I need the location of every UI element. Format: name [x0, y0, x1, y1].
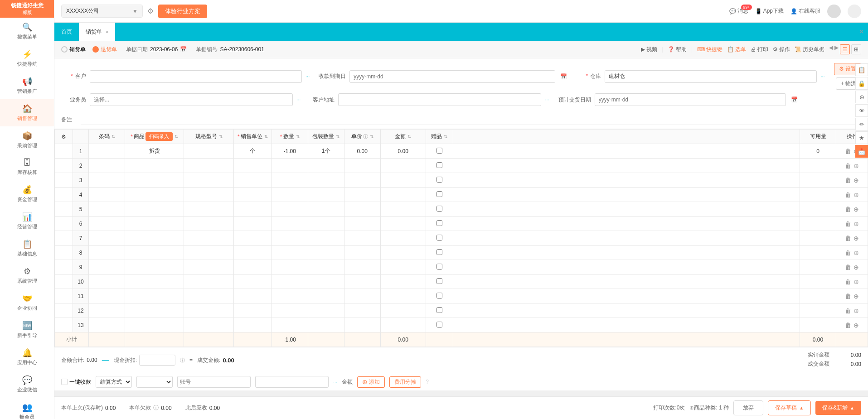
row-gift-check-5[interactable] [436, 206, 442, 212]
sidebar-item-finance[interactable]: 💰 资金管理 [0, 180, 54, 207]
calendar-icon[interactable]: 📅 [180, 46, 187, 53]
tab-home[interactable]: 首页 [54, 23, 79, 41]
sidebar-item-search[interactable]: 🔍 搜索菜单 [0, 18, 54, 45]
th-pkg-qty[interactable]: 包装数量 ⇅ [308, 130, 344, 144]
row-copy-6[interactable]: ⊕ [853, 220, 859, 227]
sidebar-item-operations[interactable]: 📊 经营管理 [0, 207, 54, 235]
row-product-1[interactable]: 拆货 [125, 144, 184, 159]
video-btn[interactable]: ▶ 视频 [641, 46, 657, 53]
right-tool-clipboard[interactable]: 📋 [855, 63, 868, 76]
row-gift-check-2[interactable] [436, 162, 442, 168]
row-copy-3[interactable]: ⊕ [853, 177, 859, 184]
sidebar-item-inventory[interactable]: 🗄 库存核算 [0, 154, 54, 180]
row-copy-10[interactable]: ⊕ [853, 278, 859, 285]
print-btn[interactable]: 🖨 打印 [751, 46, 768, 53]
price-info-icon[interactable]: ⓘ [363, 133, 368, 140]
payment-help-icon[interactable]: ? [426, 379, 429, 385]
row-amount-1[interactable]: 0.00 [380, 144, 426, 159]
next-nav[interactable]: ▶ [834, 44, 839, 54]
row-copy-13[interactable]: ⊕ [853, 322, 859, 329]
row-delete-4[interactable]: 🗑 [845, 191, 851, 198]
th-spec[interactable]: 规格型号 ⇅ [184, 130, 234, 144]
customer-more-icon[interactable]: ··· [305, 74, 310, 79]
row-copy-9[interactable]: ⊕ [853, 264, 859, 271]
th-qty[interactable]: * 数量 ⇅ [272, 130, 308, 144]
row-delete-13[interactable]: 🗑 [845, 322, 851, 329]
gift-sort-icon[interactable]: ⇅ [444, 134, 447, 139]
remark-input[interactable] [81, 114, 861, 125]
row-delete-11[interactable]: 🗑 [845, 293, 851, 300]
row-gift-check-9[interactable] [436, 264, 442, 270]
operation-btn[interactable]: ⚙ 操作 [773, 46, 790, 53]
right-tool-lock[interactable]: 🔒 [855, 77, 868, 90]
radio-return[interactable]: 退货单 [92, 46, 117, 53]
product-sort-icon[interactable]: ⇅ [175, 134, 178, 139]
row-copy-2[interactable]: ⊕ [853, 162, 859, 169]
sidebar-item-purchase[interactable]: 📦 采购管理 [0, 126, 54, 154]
row-barcode-1[interactable] [89, 144, 125, 159]
right-tool-add[interactable]: ⊕ [855, 91, 868, 103]
calc-method-select[interactable]: 结算方式 [96, 376, 132, 388]
one-click-payment-check[interactable]: 一键收款 [61, 378, 91, 386]
scan-btn[interactable]: 扫码录入 [145, 132, 173, 141]
salesperson-input[interactable] [90, 93, 293, 106]
calc-method-select2[interactable] [136, 376, 173, 388]
settings-icon[interactable]: ⚙ [147, 7, 154, 15]
row-copy-7[interactable]: ⊕ [853, 235, 859, 242]
row-gift-check-4[interactable] [436, 191, 442, 197]
amount-sort-icon[interactable]: ⇅ [407, 134, 411, 139]
row-gift-1[interactable] [426, 144, 453, 159]
sidebar-item-quick-nav[interactable]: ⚡ 快捷导航 [0, 45, 54, 72]
row-pkgqty-1[interactable]: 1个 [308, 144, 344, 159]
save-draft-btn[interactable]: 保存草稿 ▲ [768, 400, 811, 415]
row-gift-check-10[interactable] [436, 278, 442, 284]
tab-close-icon[interactable]: × [106, 29, 108, 34]
th-settings[interactable]: ⚙ [55, 130, 73, 144]
expense-btn[interactable]: 费用分摊 [389, 376, 421, 388]
customer-addr-input[interactable] [338, 93, 541, 106]
salesperson-more-icon[interactable]: ··· [296, 97, 301, 102]
sidebar-item-enterprise[interactable]: 🤝 企业协同 [0, 289, 54, 316]
shortcut-btn[interactable]: ⌨ 快捷键 [697, 46, 723, 53]
row-gift-check-6[interactable] [436, 220, 442, 226]
unit-sort-icon[interactable]: ⇅ [264, 134, 268, 139]
add-payment-btn[interactable]: ⊕ 添加 [357, 376, 385, 388]
tab-sales-order[interactable]: 销货单 × [79, 23, 115, 41]
customer-input[interactable] [90, 70, 302, 83]
discount-input[interactable] [139, 355, 175, 366]
row-delete-1[interactable]: 🗑 [845, 148, 851, 155]
row-gift-check-8[interactable] [436, 249, 442, 255]
prev-nav[interactable]: ◀ [829, 44, 833, 54]
tab-bar-close[interactable]: × [855, 28, 868, 36]
row-copy-4[interactable]: ⊕ [853, 191, 859, 198]
avatar2[interactable] [848, 5, 861, 18]
row-qty-1[interactable]: -1.00 [272, 144, 308, 159]
amount-input[interactable] [255, 376, 329, 388]
help-btn[interactable]: ❓ 帮助 [668, 46, 687, 53]
due-date-calendar-icon[interactable]: 📅 [560, 73, 567, 80]
row-spec-1[interactable] [184, 144, 234, 159]
sidebar-item-marketing[interactable]: 📢 营销推广 [0, 72, 54, 99]
th-price[interactable]: 单价 ⓘ ⇅ [344, 130, 380, 144]
row-delete-10[interactable]: 🗑 [845, 278, 851, 285]
row-gift-check-11[interactable] [436, 293, 442, 299]
list-view-icon[interactable]: ☰ [840, 44, 850, 54]
sidebar-item-app-center[interactable]: 🔔 应用中心 [0, 343, 54, 371]
account-input[interactable] [177, 376, 251, 388]
expected-date-input[interactable] [595, 93, 786, 106]
sidebar-item-sales[interactable]: 🏠 销售管理 [0, 99, 54, 126]
right-tool-edit[interactable]: ✏ [855, 118, 868, 130]
row-copy-11[interactable]: ⊕ [853, 293, 859, 300]
row-delete-9[interactable]: 🗑 [845, 264, 851, 271]
sidebar-item-guide[interactable]: 🆕 新手引导 [0, 316, 54, 343]
spec-sort-icon[interactable]: ⇅ [219, 134, 223, 139]
sidebar-item-members[interactable]: 👥 畅会员 [0, 398, 54, 419]
discount-minus-icon[interactable]: — [102, 356, 109, 364]
row-gift-check-1[interactable] [436, 148, 442, 154]
select-btn[interactable]: 📋 选单 [727, 46, 746, 53]
sidebar-item-system[interactable]: ⚙ 系统管理 [0, 262, 54, 289]
row-unit-1[interactable]: 个 [234, 144, 272, 159]
discount-info-icon[interactable]: ⓘ [180, 357, 185, 364]
history-btn[interactable]: 📜 历史单据 [795, 46, 824, 53]
expected-date-calendar-icon[interactable]: 📅 [791, 96, 798, 103]
